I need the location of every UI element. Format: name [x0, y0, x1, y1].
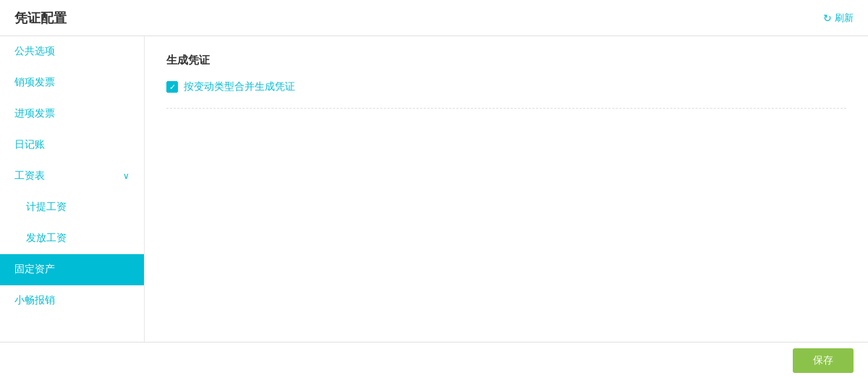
page-title: 凭证配置	[14, 9, 67, 27]
chevron-down-icon: ∨	[123, 171, 129, 181]
sidebar-item-distribute[interactable]: 发放工资	[0, 223, 144, 254]
section-title: 生成凭证	[166, 54, 846, 67]
sidebar-item-label: 日记账	[14, 138, 45, 151]
checkbox-label[interactable]: 按变动类型合并生成凭证	[184, 80, 295, 93]
sidebar-item-payroll[interactable]: 工资表∨	[0, 161, 144, 192]
sidebar: 公共选项销项发票进项发票日记账工资表∨计提工资发放工资固定资产小畅报销	[0, 36, 145, 342]
page-footer: 保存	[0, 342, 868, 378]
sidebar-item-sales-invoice[interactable]: 销项发票	[0, 67, 144, 98]
sidebar-item-label: 小畅报销	[14, 294, 55, 307]
sidebar-item-commission[interactable]: 计提工资	[0, 192, 144, 223]
sidebar-item-label: 发放工资	[26, 232, 67, 245]
sidebar-item-label: 销项发票	[14, 76, 55, 89]
save-button[interactable]: 保存	[793, 348, 854, 373]
content-area: 生成凭证 ✓ 按变动类型合并生成凭证	[145, 36, 868, 342]
check-icon: ✓	[169, 83, 176, 91]
sidebar-item-label: 进项发票	[14, 107, 55, 120]
sidebar-item-label: 计提工资	[26, 201, 67, 214]
sidebar-item-expense-report[interactable]: 小畅报销	[0, 285, 144, 316]
refresh-label: 刷新	[835, 12, 854, 25]
sidebar-item-public-options[interactable]: 公共选项	[0, 36, 144, 67]
main-container: 公共选项销项发票进项发票日记账工资表∨计提工资发放工资固定资产小畅报销 生成凭证…	[0, 36, 868, 342]
sidebar-item-journal[interactable]: 日记账	[0, 130, 144, 161]
merge-checkbox[interactable]: ✓	[166, 81, 178, 93]
sidebar-item-label: 公共选项	[14, 45, 55, 58]
refresh-icon: ↻	[823, 12, 832, 24]
section-divider	[166, 108, 846, 109]
sidebar-item-fixed-assets[interactable]: 固定资产	[0, 254, 144, 285]
sidebar-item-label: 工资表	[14, 169, 45, 182]
page-header: 凭证配置 ↻ 刷新	[0, 0, 868, 36]
checkbox-row: ✓ 按变动类型合并生成凭证	[166, 80, 846, 93]
sidebar-item-label: 固定资产	[14, 263, 55, 276]
refresh-button[interactable]: ↻ 刷新	[823, 12, 854, 25]
sidebar-item-purchase-invoice[interactable]: 进项发票	[0, 98, 144, 130]
